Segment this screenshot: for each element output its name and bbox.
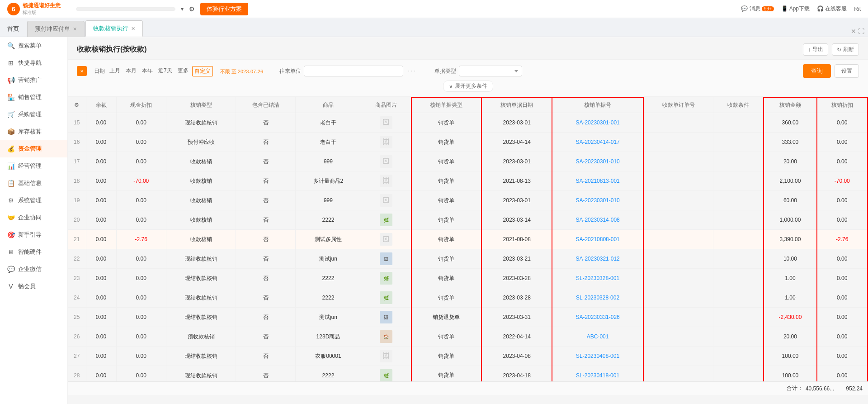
cell-verify-discount: -70.00 <box>817 171 868 191</box>
cell-id: 22 <box>68 249 86 269</box>
cell-balance: 0.00 <box>86 191 116 210</box>
verify-doc-link[interactable]: SL-20230328-002 <box>576 295 619 301</box>
sidebar-item-14[interactable]: V畅会员 <box>0 278 67 295</box>
expand-more-icon: ∨ <box>449 83 453 90</box>
settings-button[interactable]: 设置 <box>835 64 859 78</box>
tab-verify[interactable]: 收款核销执行 ✕ <box>85 20 143 37</box>
app-download[interactable]: 📱 App下载 <box>781 5 810 13</box>
verify-doc-link[interactable]: SA-20230301-001 <box>576 119 619 126</box>
sidebar-label-5: 库存核算 <box>18 128 42 136</box>
date-last-month[interactable]: 上月 <box>108 66 122 76</box>
tab2-close-icon[interactable]: ✕ <box>131 26 135 32</box>
date-7-days[interactable]: 近7天 <box>156 66 174 76</box>
col-receipt-terms: 收款条件 <box>713 97 764 113</box>
settings-gear-icon[interactable]: ⚙ <box>189 5 195 13</box>
cell-verify-amount: 3,390.00 <box>764 230 816 249</box>
sidebar-item-0[interactable]: 🔍搜索菜单 <box>0 37 67 54</box>
cell-receipt-order-no <box>643 230 713 249</box>
from-unit-input[interactable] <box>304 66 403 76</box>
sidebar-item-1[interactable]: ⊞快捷导航 <box>0 54 67 71</box>
tab-home[interactable]: 首页 <box>0 21 26 37</box>
cell-verify-doc-no: SA-20210813-001 <box>552 171 643 191</box>
verify-doc-link[interactable]: SA-20230301-010 <box>576 158 619 165</box>
sidebar-item-10[interactable]: 🤝企业协同 <box>0 209 67 226</box>
col-verify-discount: 核销折扣 <box>817 97 868 113</box>
product-thumb-blue: 🖼 <box>380 311 392 323</box>
export-button[interactable]: ↑ 导出 <box>803 43 828 56</box>
cell-balance: 0.00 <box>86 152 116 171</box>
cell-id: 25 <box>68 308 86 327</box>
cell-balance: 0.00 <box>86 210 116 230</box>
table-row: 20 0.00 0.00 收款核销 否 2222 🌿 销货单 2023-03-1… <box>68 210 868 230</box>
footer-discount-amount: 952.24 <box>846 385 863 392</box>
verify-doc-link[interactable]: ABC-001 <box>587 333 609 340</box>
cell-included-settled: 否 <box>236 269 296 288</box>
dropdown-arrow[interactable]: ▾ <box>181 6 184 12</box>
maximize-icon[interactable]: ⛶ <box>858 28 864 35</box>
cell-verify-discount: 0.00 <box>817 366 868 382</box>
industry-solution-button[interactable]: 体验行业方案 <box>200 3 248 15</box>
sidebar-item-8[interactable]: 📋基础信息 <box>0 175 67 192</box>
sidebar-item-6[interactable]: 💰资金管理 <box>0 140 67 157</box>
verify-doc-link[interactable]: SA-20230331-026 <box>576 314 619 320</box>
verify-doc-link[interactable]: SA-20210808-001 <box>576 236 619 242</box>
sidebar-item-4[interactable]: 🛒采购管理 <box>0 106 67 123</box>
refresh-icon: ↻ <box>837 47 841 53</box>
message-area[interactable]: 💬 消息 99+ <box>741 5 774 13</box>
filter-toggle-button[interactable]: » <box>77 66 87 76</box>
sidebar-item-5[interactable]: 📦库存核算 <box>0 123 67 140</box>
sidebar-item-11[interactable]: 🎯新手引导 <box>0 226 67 243</box>
col-gear[interactable]: ⚙ <box>68 97 86 113</box>
cell-verify-doc-type: 销货单 <box>411 288 482 308</box>
product-thumb-placeholder: 🖼 <box>380 350 392 362</box>
sidebar-item-7[interactable]: 📊经营管理 <box>0 157 67 175</box>
sidebar-icon-1: ⊞ <box>7 59 14 67</box>
tab1-close-icon[interactable]: ✕ <box>73 26 77 32</box>
date-custom[interactable]: 自定义 <box>192 66 213 76</box>
footer-total-label: 合计： <box>787 385 803 392</box>
verify-doc-link[interactable]: SL-20230328-001 <box>576 275 619 281</box>
cell-receipt-order-no <box>643 113 713 133</box>
cell-verify-type: 现结收款核销 <box>166 347 236 366</box>
sidebar-item-2[interactable]: 📢营销推广 <box>0 71 67 89</box>
sidebar-item-12[interactable]: 🖥智能硬件 <box>0 243 67 261</box>
cell-verify-amount: 100.00 <box>764 366 816 382</box>
cell-balance: 0.00 <box>86 288 116 308</box>
date-this-month[interactable]: 本月 <box>124 66 138 76</box>
query-button[interactable]: 查询 <box>803 64 831 78</box>
sidebar-item-9[interactable]: ⚙系统管理 <box>0 192 67 209</box>
col-included-settled: 包含已结清 <box>236 97 296 113</box>
expand-more-button[interactable]: ∨ 展开更多条件 <box>77 81 859 92</box>
search-bar <box>76 7 175 11</box>
verify-doc-link[interactable]: SA-20210813-001 <box>576 178 619 184</box>
cell-receipt-order-no <box>643 210 713 230</box>
cell-verify-doc-date: 2023-04-08 <box>481 347 552 366</box>
verify-doc-link[interactable]: SL-20230408-001 <box>576 353 619 359</box>
gear-header-icon[interactable]: ⚙ <box>74 102 79 108</box>
sidebar-item-3[interactable]: 🏪销售管理 <box>0 89 67 106</box>
query-actions: 查询 设置 <box>803 64 859 78</box>
tab-prepay[interactable]: 预付冲应付单 ✕ <box>27 21 85 37</box>
cell-verify-type: 收款核销 <box>166 152 236 171</box>
cell-verify-doc-type: 销货单 <box>411 327 482 347</box>
sidebar-item-13[interactable]: 💬企业微信 <box>0 261 67 278</box>
verify-doc-link[interactable]: SL-20230418-001 <box>576 372 619 379</box>
refresh-button[interactable]: ↻ 刷新 <box>832 43 859 56</box>
product-thumb-placeholder: 🖼 <box>380 175 392 187</box>
cell-verify-doc-type: 销货单 <box>411 210 482 230</box>
cell-verify-type: 现结收款核销 <box>166 288 236 308</box>
user-name[interactable]: Rit <box>854 6 861 12</box>
cell-balance: 0.00 <box>86 171 116 191</box>
online-service[interactable]: 🎧 在线客服 <box>817 5 847 13</box>
doc-type-select[interactable] <box>459 66 522 76</box>
date-more[interactable]: 更多 <box>176 66 190 76</box>
cell-id: 19 <box>68 191 86 210</box>
verify-doc-link[interactable]: SA-20230414-017 <box>576 139 619 145</box>
verify-doc-link[interactable]: SA-20230301-010 <box>576 197 619 204</box>
verify-doc-link[interactable]: SA-20230314-008 <box>576 217 619 223</box>
cell-product-img: 🌿 <box>361 269 411 288</box>
cell-included-settled: 否 <box>236 288 296 308</box>
date-this-year[interactable]: 本年 <box>140 66 155 76</box>
verify-doc-link[interactable]: SA-20230321-012 <box>576 256 619 262</box>
close-icon[interactable]: ✕ <box>851 28 856 35</box>
